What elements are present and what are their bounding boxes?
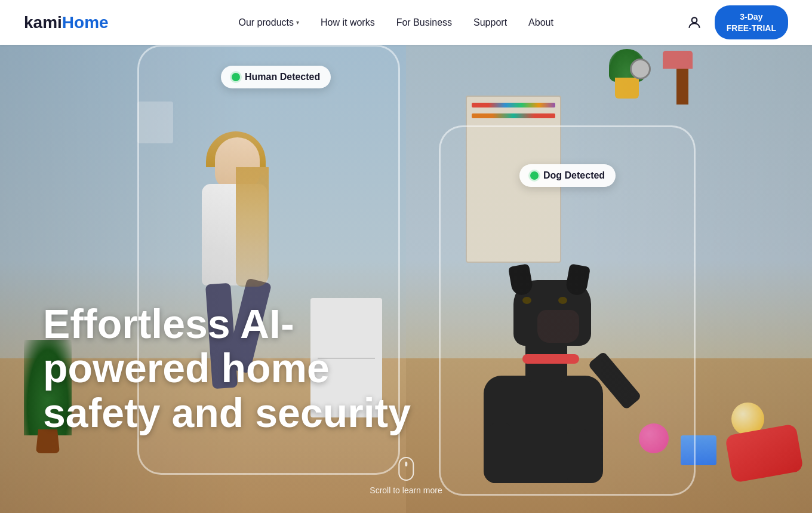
person-icon <box>687 15 702 30</box>
nav-label-how-it-works: How it works <box>321 17 375 28</box>
logo-kami-text: kami <box>24 13 62 32</box>
human-detection-label: Human Detected <box>245 72 320 82</box>
nav-right: 3-Day FREE-TRIAL <box>684 5 788 39</box>
nav-item-about[interactable]: About <box>528 17 553 28</box>
nav-label-about: About <box>528 17 553 28</box>
hero-section: Human Detected Dog Detected Effortless A… <box>0 0 812 513</box>
nav-link-for-business[interactable]: For Business <box>396 17 452 28</box>
hero-headline-line1: Effortless AI- <box>43 301 294 346</box>
human-detection-badge: Human Detected <box>221 66 331 88</box>
dog-detection-label: Dog Detected <box>543 170 605 181</box>
hero-headline-line3: safety and security <box>43 390 411 435</box>
free-trial-line1: 3-Day <box>740 12 762 21</box>
nav-links-list: Our products ▾ How it works For Business… <box>239 17 553 28</box>
logo-home-text: Home <box>62 13 109 32</box>
nav-link-our-products[interactable]: Our products ▾ <box>239 17 299 28</box>
hero-text-block: Effortless AI- powered home safety and s… <box>43 302 411 435</box>
hero-headline-line2: powered home <box>43 345 330 391</box>
free-trial-line2: FREE-TRIAL <box>727 23 776 33</box>
user-account-icon[interactable] <box>684 12 705 33</box>
nav-item-our-products[interactable]: Our products ▾ <box>239 17 299 28</box>
detection-dot-human <box>232 73 240 81</box>
nav-item-support[interactable]: Support <box>473 17 507 28</box>
scroll-indicator: Scroll to learn more <box>370 457 442 495</box>
scroll-mouse-icon <box>398 457 414 481</box>
free-trial-button[interactable]: 3-Day FREE-TRIAL <box>715 5 788 39</box>
chevron-down-icon: ▾ <box>296 19 299 26</box>
plant-pot-top-right <box>615 78 639 99</box>
svg-point-0 <box>691 17 697 23</box>
navbar: kami Home Our products ▾ How it works Fo… <box>0 0 812 45</box>
nav-label-for-business: For Business <box>396 17 452 28</box>
nav-label-our-products: Our products <box>239 17 294 28</box>
nav-link-how-it-works[interactable]: How it works <box>321 17 375 28</box>
clock-decoration <box>630 59 651 79</box>
lamp-base <box>676 69 688 105</box>
lamp-shade <box>663 51 693 69</box>
hero-headline: Effortless AI- powered home safety and s… <box>43 302 411 435</box>
nav-link-support[interactable]: Support <box>473 17 507 28</box>
logo[interactable]: kami Home <box>24 13 109 32</box>
dog-detection-badge: Dog Detected <box>519 164 616 187</box>
nav-link-about[interactable]: About <box>528 17 553 28</box>
nav-item-for-business[interactable]: For Business <box>396 17 452 28</box>
nav-item-how-it-works[interactable]: How it works <box>321 17 375 28</box>
lamp-decoration <box>672 51 693 105</box>
scroll-wheel <box>405 462 407 466</box>
detection-dot-dog <box>530 171 539 180</box>
nav-label-support: Support <box>473 17 507 28</box>
scroll-text: Scroll to learn more <box>370 486 442 495</box>
